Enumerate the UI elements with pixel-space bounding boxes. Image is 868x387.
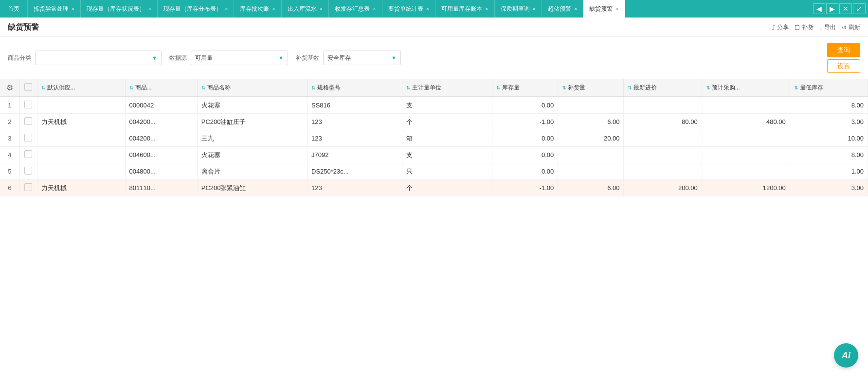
replenish-base-filter-group: 补货基数 安全库存 ▼ (296, 51, 401, 65)
cell-check-5 (19, 180, 37, 196)
tab-close-overstock[interactable]: × (574, 6, 577, 12)
th-supplier[interactable]: ⇅ 默认供应... (37, 79, 125, 97)
export-button[interactable]: ↓ 导出 (819, 23, 836, 32)
tab-collect-summary[interactable]: 收发存汇总表 × (329, 0, 382, 18)
th-spec[interactable]: ⇅ 规格型号 (307, 79, 402, 97)
tab-close-collect-summary[interactable]: × (373, 6, 376, 12)
tab-close-stock-dist[interactable]: × (225, 6, 228, 12)
cell-min-stock-5: 3.00 (790, 180, 868, 196)
cell-product-name-1: PC200油缸庄子 (197, 114, 307, 130)
tab-close-all-button[interactable]: ✕ (839, 3, 852, 14)
tab-stock-status[interactable]: 现存量（库存状况表） × (81, 0, 157, 18)
cell-no-5: 6 (0, 180, 19, 196)
tab-available-ledger[interactable]: 可用量库存账本 × (435, 0, 494, 18)
gear-icon[interactable]: ⚙ (6, 84, 13, 92)
tab-close-abnormal[interactable]: × (72, 6, 74, 12)
th-unit[interactable]: ⇅ 主计量单位 (402, 79, 492, 97)
replenish-button[interactable]: ☐ 补货 (795, 23, 814, 32)
th-unit-sort-icon: ⇅ (406, 85, 410, 90)
th-product-code[interactable]: ⇅ 商品... (125, 79, 197, 97)
table-row[interactable]: 3 004200... 三九 123 箱 0.00 20.00 10.00 (0, 130, 868, 147)
tab-home[interactable]: 首页 (0, 0, 28, 18)
ai-badge[interactable]: Ai (834, 343, 858, 368)
th-product-name[interactable]: ⇅ 商品名称 (197, 79, 307, 97)
tab-nav-buttons: ◀ ▶ ✕ ⤢ (813, 3, 868, 14)
table-row[interactable]: 2 力天机械 004200... PC200油缸庄子 123 个 -1.00 6… (0, 114, 868, 130)
cell-product-name-0: 火花塞 (197, 97, 307, 114)
tab-prev-button[interactable]: ◀ (813, 3, 825, 14)
th-replenish-qty[interactable]: ⇅ 补货量 (558, 79, 624, 97)
tab-close-shortage[interactable]: × (615, 6, 618, 12)
table-row[interactable]: 5 004800... 离合片 DS250*23c... 只 0.00 1.00 (0, 163, 868, 180)
table-row[interactable]: 1 0000042 火花塞 SS816 支 0.00 8.00 (0, 97, 868, 114)
cell-check-0 (19, 97, 37, 114)
refresh-label: 刷新 (849, 23, 860, 32)
cell-latest-price-4 (624, 163, 702, 180)
replenish-base-select[interactable]: 安全库存 ▼ (323, 51, 401, 65)
cell-stock-qty-1: -1.00 (492, 114, 558, 130)
share-button[interactable]: ⤴ 分享 (772, 23, 789, 32)
category-filter-label: 商品分类 (8, 54, 31, 62)
cell-check-3 (19, 147, 37, 163)
table-area: ⚙ ⇅ 默认供应... ⇅ 商品... (0, 79, 868, 387)
row-checkbox-2[interactable] (24, 134, 32, 141)
cell-spec-0: SS816 (307, 97, 402, 114)
table-row[interactable]: 4 004600... 火花塞 J7092 支 0.00 8.00 (0, 147, 868, 163)
cell-replenish-qty-2: 20.00 (558, 130, 624, 147)
query-button[interactable]: 查询 (827, 43, 860, 57)
cell-product-code-0: 0000042 (125, 97, 197, 114)
row-checkbox-0[interactable] (24, 101, 32, 108)
cell-stock-qty-0: 0.00 (492, 97, 558, 114)
datasource-select[interactable]: 可用量 ▼ (191, 51, 288, 65)
row-checkbox-4[interactable] (24, 167, 32, 175)
row-checkbox-3[interactable] (24, 150, 32, 158)
th-stock-qty[interactable]: ⇅ 库存量 (492, 79, 558, 97)
th-est-purchase[interactable]: ⇅ 预计采购... (702, 79, 790, 97)
tab-close-inout-flow[interactable]: × (320, 6, 323, 12)
tab-order-stat[interactable]: 要货单统计表 × (382, 0, 435, 18)
tab-batch-account[interactable]: 库存批次账 × (234, 0, 281, 18)
row-checkbox-5[interactable] (24, 183, 32, 191)
cell-supplier-4 (37, 163, 125, 180)
tab-expiry-query[interactable]: 保质期查询 × (495, 0, 542, 18)
th-est-purchase-sort-icon: ⇅ (706, 85, 710, 90)
tab-close-available-ledger[interactable]: × (485, 6, 488, 12)
tab-overstock[interactable]: 超储预警 × (542, 0, 583, 18)
header-checkbox[interactable] (24, 83, 32, 91)
refresh-button[interactable]: ↺ 刷新 (842, 23, 860, 32)
replenish-label: 补货 (802, 23, 814, 32)
tab-inout-flow[interactable]: 出入库流水 × (282, 0, 329, 18)
tab-close-batch-account[interactable]: × (272, 6, 275, 12)
cell-replenish-qty-0 (558, 97, 624, 114)
cell-unit-0: 支 (402, 97, 492, 114)
cell-spec-1: 123 (307, 114, 402, 130)
row-checkbox-1[interactable] (24, 117, 32, 125)
export-icon: ↓ (819, 24, 822, 31)
table-row[interactable]: 6 力天机械 801110... PC200张紧油缸 123 个 -1.00 6… (0, 180, 868, 196)
tab-abnormal[interactable]: 拣货异常处理 × (28, 0, 81, 18)
th-product-code-sort-icon: ⇅ (129, 85, 133, 90)
cell-stock-qty-4: 0.00 (492, 163, 558, 180)
cell-spec-2: 123 (307, 130, 402, 147)
tab-close-order-stat[interactable]: × (426, 6, 429, 12)
export-label: 导出 (824, 23, 836, 32)
cell-est-purchase-4 (702, 163, 790, 180)
th-latest-price[interactable]: ⇅ 最新进价 (624, 79, 702, 97)
cell-latest-price-3 (624, 147, 702, 163)
th-min-stock[interactable]: ⇅ 最低库存 (790, 79, 868, 97)
settings-button[interactable]: 设置 (827, 59, 860, 73)
cell-est-purchase-1: 480.00 (702, 114, 790, 130)
tab-stock-dist[interactable]: 现存量（库存分布表） × (158, 0, 234, 18)
tab-shortage[interactable]: 缺货预警 × (583, 0, 625, 18)
cell-supplier-3 (37, 147, 125, 163)
cell-product-name-3: 火花塞 (197, 147, 307, 163)
cell-est-purchase-3 (702, 147, 790, 163)
cell-unit-3: 支 (402, 147, 492, 163)
th-checkbox (19, 79, 37, 97)
category-select[interactable]: ▼ (35, 51, 162, 65)
tab-next-button[interactable]: ▶ (826, 3, 838, 14)
cell-min-stock-1: 3.00 (790, 114, 868, 130)
tab-close-stock-status[interactable]: × (148, 6, 151, 12)
tab-close-expiry-query[interactable]: × (533, 6, 536, 12)
tab-restore-button[interactable]: ⤢ (853, 3, 866, 14)
